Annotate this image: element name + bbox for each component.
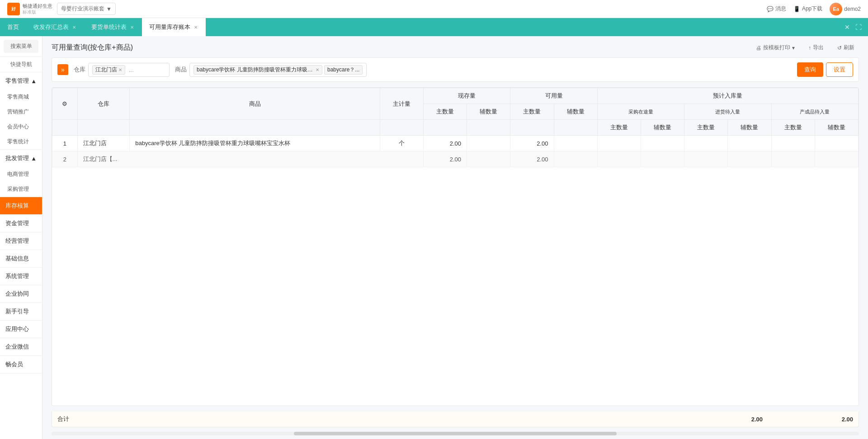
message-action[interactable]: 💬 消息 bbox=[767, 5, 786, 13]
avatar: Ea bbox=[830, 3, 842, 15]
top-bar-left: 好 畅捷通好生意 标准版 母婴行业演示账套 ▼ bbox=[7, 3, 116, 15]
user-area[interactable]: Ea demo2 bbox=[830, 3, 861, 15]
close-tab-icon[interactable]: ✕ bbox=[129, 24, 135, 31]
group-inbound-aux bbox=[728, 151, 771, 167]
nav-tabs: 首页 收发存汇总表 ✕ 要货单统计表 ✕ 可用量库存账本 ✕ ✕ ⛶ bbox=[0, 18, 868, 36]
sidebar-group-basic-title[interactable]: 基础信息 bbox=[0, 250, 42, 267]
sidebar-group-guide-title[interactable]: 新手引导 bbox=[0, 303, 42, 320]
template-print-button[interactable]: 🖨 按模板打印 ▾ bbox=[751, 42, 799, 54]
empty-unit bbox=[380, 120, 423, 136]
group-product-main bbox=[771, 151, 815, 167]
empty-stock-aux bbox=[467, 120, 510, 136]
sidebar-group-enterprise-title[interactable]: 企业协同 bbox=[0, 285, 42, 302]
group-index: 2 bbox=[52, 151, 78, 167]
filter-expand-button[interactable]: » bbox=[57, 64, 68, 75]
sidebar-group-member: 畅会员 bbox=[0, 356, 42, 373]
sidebar-item-retail-stats[interactable]: 零售统计 bbox=[0, 134, 42, 149]
product-label: 商品 bbox=[175, 66, 187, 74]
sidebar-group-retail-title[interactable]: 零售管理 ▲ bbox=[0, 72, 42, 90]
stock-aux-header: 辅数量 bbox=[467, 104, 510, 120]
row-purchase-main bbox=[597, 136, 641, 151]
remove-product-tag-1[interactable]: ✕ bbox=[316, 67, 319, 72]
page-title: 可用量查询(按仓库+商品) bbox=[52, 43, 133, 52]
sidebar-item-member-center[interactable]: 会员中心 bbox=[0, 119, 42, 134]
chevron-icon: ▲ bbox=[31, 78, 37, 85]
empty-stock-main bbox=[423, 120, 467, 136]
sidebar-item-purchase[interactable]: 采购管理 bbox=[0, 182, 42, 197]
row-inbound-aux bbox=[728, 136, 771, 151]
sidebar-group-appstore-title[interactable]: 应用中心 bbox=[0, 321, 42, 338]
sidebar-group-enterprise: 企业协同 bbox=[0, 285, 42, 303]
table-footer: 合计 2.00 2.00 bbox=[52, 411, 859, 427]
group-product-aux bbox=[815, 151, 858, 167]
row-warehouse: 江北门店 bbox=[77, 136, 130, 151]
tab-shoufa[interactable]: 收发存汇总表 ✕ bbox=[26, 18, 84, 36]
warehouse-value-box[interactable]: 江北门店 ✕ ... bbox=[88, 63, 170, 77]
sidebar-group-wholesale: 批发管理 ▲ 电商管理 采购管理 bbox=[0, 150, 42, 197]
empty-warehouse bbox=[77, 120, 130, 136]
top-bar-right: 💬 消息 📱 App下载 Ea demo2 bbox=[767, 3, 861, 15]
export-icon: ↑ bbox=[808, 45, 811, 51]
scrollbar-thumb[interactable] bbox=[294, 432, 617, 435]
message-icon: 💬 bbox=[767, 6, 774, 12]
purchase-main-header: 主数量 bbox=[597, 120, 641, 136]
warehouse-tag: 江北门店 ✕ bbox=[92, 65, 125, 75]
settings-button[interactable]: 设置 bbox=[826, 62, 853, 77]
sidebar-group-member-title[interactable]: 畅会员 bbox=[0, 356, 42, 373]
sidebar-group-wechat-title[interactable]: 企业微信 bbox=[0, 338, 42, 355]
tab-home[interactable]: 首页 bbox=[0, 18, 26, 36]
row-available-main: 2.00 bbox=[510, 136, 554, 151]
search-menu-button[interactable]: 搜索菜单 bbox=[4, 40, 38, 53]
sidebar-group-operations-title[interactable]: 经营管理 bbox=[0, 232, 42, 250]
close-tab-icon[interactable]: ✕ bbox=[193, 24, 198, 31]
stock-group-header: 现存量 bbox=[423, 88, 510, 104]
industry-selector[interactable]: 母婴行业演示账套 ▼ bbox=[57, 3, 116, 15]
inbound-aux-header: 辅数量 bbox=[728, 120, 771, 136]
horizontal-scrollbar[interactable] bbox=[52, 432, 859, 435]
sidebar-group-basic: 基础信息 bbox=[0, 250, 42, 268]
warehouse-label: 仓库 bbox=[74, 66, 85, 74]
sidebar-group-wechat: 企业微信 bbox=[0, 338, 42, 356]
app-download-action[interactable]: 📱 App下载 bbox=[793, 5, 822, 13]
warehouse-more-icon[interactable]: ... bbox=[127, 66, 136, 73]
app-logo-text: 畅捷通好生意 标准版 bbox=[23, 3, 52, 15]
footer-available-main: 2.00 bbox=[799, 416, 853, 423]
export-button[interactable]: ↑ 导出 bbox=[804, 42, 828, 54]
sidebar-group-inventory-title[interactable]: 库存核算 bbox=[0, 197, 42, 214]
sidebar-group-wholesale-title[interactable]: 批发管理 ▲ bbox=[0, 150, 42, 167]
empty-avail-main bbox=[510, 120, 554, 136]
available-aux-header: 辅数量 bbox=[554, 104, 597, 120]
footer-stock-main: 2.00 bbox=[708, 416, 763, 423]
query-button[interactable]: 查询 bbox=[797, 62, 823, 77]
data-table: ⚙ 仓库 商品 主计量 现存量 可用量 预计入库量 主数量 辅数量 主数量 辅数… bbox=[52, 88, 859, 167]
group-warehouse: 江北门店【... bbox=[77, 151, 423, 167]
chevron-down-icon: ▼ bbox=[106, 6, 112, 12]
purchase-group-subheader: 采购在途量 bbox=[597, 104, 684, 120]
row-stock-main: 2.00 bbox=[423, 136, 467, 151]
close-window-icon[interactable]: ✕ bbox=[843, 22, 852, 33]
tab-keyongliang[interactable]: 可用量库存账本 ✕ bbox=[142, 18, 206, 36]
product-value-box[interactable]: babycare学饮杯 儿童防摔防撞吸管杯重力球吸嘴杯宝宝水杯 ✕ babyca… bbox=[189, 63, 367, 77]
sidebar-item-retail-mall[interactable]: 零售商城 bbox=[0, 90, 42, 104]
refresh-button[interactable]: ↺ 刷新 bbox=[833, 42, 859, 54]
sidebar-item-marketing[interactable]: 营销推广 bbox=[0, 104, 42, 119]
tab-yaohuo[interactable]: 要货单统计表 ✕ bbox=[84, 18, 142, 36]
sidebar-group-guide: 新手引导 bbox=[0, 303, 42, 321]
maximize-window-icon[interactable]: ⛶ bbox=[854, 22, 863, 33]
product-main-header: 主数量 bbox=[771, 120, 815, 136]
sidebar-group-system-title[interactable]: 系统管理 bbox=[0, 268, 42, 285]
sidebar-item-quick-nav[interactable]: 快捷导航 bbox=[0, 57, 42, 72]
row-inbound-main bbox=[684, 136, 728, 151]
sidebar-group-finance-title[interactable]: 资金管理 bbox=[0, 215, 42, 232]
sidebar-item-ecommerce[interactable]: 电商管理 bbox=[0, 167, 42, 182]
chevron-icon: ▲ bbox=[31, 155, 37, 162]
filter-bar: » 仓库 江北门店 ✕ ... 商品 babycare学饮杯 儿童防摔防撞吸管杯… bbox=[52, 57, 859, 82]
purchase-aux-header: 辅数量 bbox=[641, 120, 684, 136]
close-tab-icon[interactable]: ✕ bbox=[71, 24, 77, 31]
product-col-header: 商品 bbox=[130, 88, 380, 120]
product-tag-1: babycare学饮杯 儿童防摔防撞吸管杯重力球吸嘴杯宝宝水杯 ✕ bbox=[193, 65, 322, 75]
warehouse-col-header: 仓库 bbox=[77, 88, 130, 120]
settings-col-header[interactable]: ⚙ bbox=[52, 88, 78, 120]
remove-warehouse-tag[interactable]: ✕ bbox=[118, 67, 122, 72]
row-stock-aux bbox=[467, 136, 510, 151]
